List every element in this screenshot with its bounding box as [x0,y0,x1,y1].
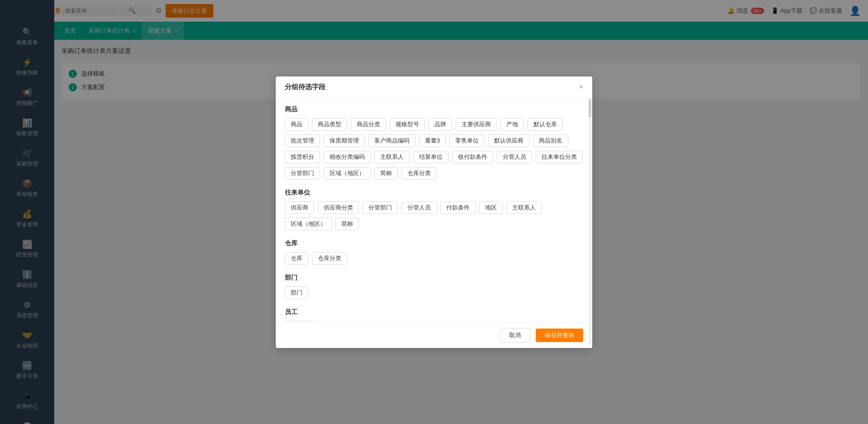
field-tag[interactable]: 商品 [285,118,308,131]
field-tag[interactable]: 区域（地区） [285,218,332,230]
section-title-employee: 员工 [285,308,583,316]
section-title-partner: 往来单位 [285,189,583,197]
field-tags-goods: 商品商品类型商品分类规格型号品牌主要供应商产地默认仓库批次管理保质期管理客户商品… [285,118,583,180]
confirm-button[interactable]: 保存并查询 [536,329,583,342]
field-tag[interactable]: 部门 [285,286,308,299]
field-tag[interactable]: 默认仓库 [528,118,563,131]
field-tag[interactable]: 商品别名 [533,134,568,147]
field-tag[interactable]: 默认供应商 [488,134,529,147]
field-tag[interactable]: 税收分类编码 [324,151,371,163]
field-tag[interactable]: 结算单位 [413,151,448,163]
field-tag[interactable]: 往来单位分类 [536,151,583,163]
field-select-modal: 分组待选字段 × 商品商品商品类型商品分类规格型号品牌主要供应商产地默认仓库批次… [276,76,592,348]
field-tag[interactable]: 主联系人 [374,151,410,163]
section-title-goods: 商品 [285,105,583,114]
modal-scrollbar-thumb [589,99,591,117]
field-tag[interactable]: 批次管理 [285,134,320,147]
modal-title: 分组待选字段 [285,83,326,91]
field-tag[interactable]: 仓库 [285,252,308,265]
field-tag[interactable]: 客户商品编码 [368,134,415,147]
field-tag[interactable]: 规格型号 [390,118,425,131]
field-tags-partner: 供应商供应商分类分管部门分管人员付款条件地区主联系人区域（地区）简称 [285,201,583,230]
modal-overlay: 分组待选字段 × 商品商品商品类型商品分类规格型号品牌主要供应商产地默认仓库批次… [0,0,868,424]
field-tag[interactable]: 区域（地区） [324,167,371,180]
modal-scrollbar-track [589,99,591,344]
field-tag[interactable]: 付款条件 [440,201,476,214]
field-tag[interactable]: 商品类型 [312,118,347,131]
modal-header: 分组待选字段 × [276,76,592,98]
field-tags-department: 部门 [285,286,583,299]
field-tag[interactable]: 主联系人 [506,201,542,214]
field-section-employee: 员工业务员 [285,308,583,322]
field-tag[interactable]: 品牌 [429,118,452,131]
field-tag[interactable]: 产地 [500,118,524,131]
field-tag[interactable]: 供应商 [285,201,314,214]
field-tag[interactable]: 供应商分类 [318,201,359,214]
field-tag[interactable]: 拣货积分 [285,151,320,163]
field-tag[interactable]: 商品分类 [351,118,386,131]
field-tag[interactable]: 分管人员 [401,201,437,214]
field-section-department: 部门部门 [285,274,583,299]
section-title-department: 部门 [285,274,583,282]
modal-footer: 取消 保存并查询 [276,322,592,348]
field-tag[interactable]: 主要供应商 [456,118,497,131]
field-section-partner: 往来单位供应商供应商分类分管部门分管人员付款条件地区主联系人区域（地区）简称 [285,189,583,230]
field-tag[interactable]: 仓库分类 [401,167,437,180]
field-tag[interactable]: 重量3 [419,134,446,147]
field-tag[interactable]: 分管人员 [497,151,532,163]
field-tag[interactable]: 分管部门 [363,201,398,214]
field-tag[interactable]: 简称 [374,167,398,180]
modal-close-btn[interactable]: × [579,83,583,91]
field-tag[interactable]: 仓库分类 [312,252,347,265]
section-title-warehouse: 仓库 [285,239,583,248]
field-tag[interactable]: 简称 [335,218,359,230]
cancel-button[interactable]: 取消 [500,328,530,343]
field-section-goods: 商品商品商品类型商品分类规格型号品牌主要供应商产地默认仓库批次管理保质期管理客户… [285,105,583,180]
field-tag[interactable]: 零售单位 [449,134,485,147]
field-tags-warehouse: 仓库仓库分类 [285,252,583,265]
field-tag[interactable]: 收付款条件 [452,151,493,163]
field-tag[interactable]: 地区 [479,201,503,214]
modal-body: 商品商品商品类型商品分类规格型号品牌主要供应商产地默认仓库批次管理保质期管理客户… [276,98,592,322]
field-section-warehouse: 仓库仓库仓库分类 [285,239,583,265]
field-tag[interactable]: 分管部门 [285,167,320,180]
field-tag[interactable]: 保质期管理 [324,134,365,147]
